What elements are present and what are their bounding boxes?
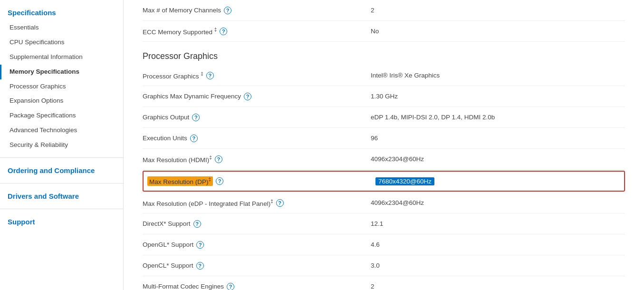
spec-label-text: OpenGL* Support: [143, 241, 193, 248]
spec-label-ecc-memory: ECC Memory Supported ‡ ?: [143, 27, 371, 36]
spec-row-directx: DirectX* Support ? 12.1: [143, 213, 625, 234]
spec-label-graphics-max-freq: Graphics Max Dynamic Frequency ?: [143, 93, 371, 100]
help-icon-max-res-hdmi[interactable]: ?: [215, 155, 222, 163]
spec-row-max-res-dp-highlighted: Max Resolution (DP)‡ ? 7680x4320@60Hz: [143, 171, 625, 192]
spec-row-graphics-output: Graphics Output ? eDP 1.4b, MIPI-DSI 2.0…: [143, 107, 625, 128]
spec-label-multi-format: Multi-Format Codec Engines ?: [143, 283, 371, 290]
spec-value-graphics-max-freq: 1.30 GHz: [371, 93, 625, 100]
spec-row-ecc-memory: ECC Memory Supported ‡ ? No: [143, 21, 625, 42]
spec-label-max-res-dp: Max Resolution (DP)‡ ?: [147, 176, 375, 186]
spec-label-max-memory-channels: Max # of Memory Channels ?: [143, 7, 371, 14]
spec-value-text-dp: 7680x4320@60Hz: [375, 177, 434, 185]
spec-value-opengl: 4.6: [371, 241, 625, 248]
sidebar-item-cpu-specifications[interactable]: CPU Specifications: [0, 35, 123, 50]
sidebar-item-package-specifications[interactable]: Package Specifications: [0, 108, 123, 123]
spec-value-ecc-memory: No: [371, 28, 625, 35]
sidebar-divider-3: [0, 209, 123, 209]
spec-value-graphics-output: eDP 1.4b, MIPI-DSI 2.0, DP 1.4, HDMI 2.0…: [371, 114, 625, 121]
spec-row-opengl: OpenGL* Support ? 4.6: [143, 234, 625, 255]
sidebar-section-drivers[interactable]: Drivers and Software: [0, 188, 123, 204]
spec-label-graphics-output: Graphics Output ?: [143, 114, 371, 121]
spec-label-text: Graphics Output: [143, 114, 189, 121]
spec-label-text: Processor Graphics ‡: [143, 71, 203, 80]
spec-label-text: Max # of Memory Channels: [143, 7, 221, 14]
help-icon-graphics-max-freq[interactable]: ?: [244, 93, 251, 100]
sidebar-item-essentials[interactable]: Essentials: [0, 20, 123, 35]
help-icon-directx[interactable]: ?: [193, 220, 201, 228]
sidebar-item-expansion-options[interactable]: Expansion Options: [0, 94, 123, 108]
help-icon-opencl[interactable]: ?: [196, 262, 204, 270]
spec-label-text: Max Resolution (eDP - Integrated Flat Pa…: [143, 199, 273, 207]
help-icon-max-memory-channels[interactable]: ?: [224, 7, 231, 14]
sidebar-divider-1: [0, 157, 123, 158]
sidebar-section-specifications[interactable]: Specifications: [0, 5, 123, 20]
main-content: Max # of Memory Channels ? 2 ECC Memory …: [124, 0, 644, 290]
spec-label-execution-units: Execution Units ?: [143, 135, 371, 142]
sidebar-item-memory-specifications[interactable]: Memory Specifications: [0, 65, 123, 79]
spec-value-multi-format: 2: [371, 283, 625, 290]
help-icon-max-res-dp[interactable]: ?: [216, 177, 223, 185]
help-icon-ecc-memory[interactable]: ?: [220, 28, 227, 35]
spec-row-opencl: OpenCL* Support ? 3.0: [143, 255, 625, 276]
spec-label-text-dp: Max Resolution (DP)‡: [147, 176, 213, 186]
spec-value-execution-units: 96: [371, 135, 625, 142]
sidebar: Specifications Essentials CPU Specificat…: [0, 0, 124, 290]
spec-label-text: DirectX* Support: [143, 220, 191, 227]
spec-label-text: Graphics Max Dynamic Frequency: [143, 93, 241, 100]
sidebar-item-security-reliability[interactable]: Security & Reliability: [0, 138, 123, 153]
sidebar-divider-2: [0, 183, 123, 184]
sidebar-item-processor-graphics[interactable]: Processor Graphics: [0, 79, 123, 94]
sidebar-section-support[interactable]: Support: [0, 214, 123, 230]
spec-label-text: Max Resolution (HDMI)‡: [143, 155, 212, 164]
spec-row-execution-units: Execution Units ? 96: [143, 128, 625, 149]
help-icon-max-res-edp[interactable]: ?: [276, 199, 284, 207]
spec-label-max-res-edp: Max Resolution (eDP - Integrated Flat Pa…: [143, 199, 371, 207]
spec-label-processor-graphics: Processor Graphics ‡ ?: [143, 71, 371, 80]
help-icon-multi-format[interactable]: ?: [227, 283, 234, 290]
help-icon-execution-units[interactable]: ?: [190, 135, 198, 142]
help-icon-processor-graphics[interactable]: ?: [206, 72, 214, 79]
spec-label-opengl: OpenGL* Support ?: [143, 241, 371, 249]
spec-label-opencl: OpenCL* Support ?: [143, 262, 371, 270]
spec-label-text: ECC Memory Supported ‡: [143, 27, 217, 36]
spec-label-text: Execution Units: [143, 135, 187, 142]
spec-row-graphics-max-freq: Graphics Max Dynamic Frequency ? 1.30 GH…: [143, 86, 625, 107]
spec-label-text: OpenCL* Support: [143, 262, 193, 269]
sidebar-item-advanced-technologies[interactable]: Advanced Technologies: [0, 123, 123, 138]
spec-row-max-res-hdmi: Max Resolution (HDMI)‡ ? 4096x2304@60Hz: [143, 149, 625, 170]
spec-value-max-res-dp: 7680x4320@60Hz: [375, 178, 620, 185]
spec-value-directx: 12.1: [371, 220, 625, 227]
spec-row-processor-graphics: Processor Graphics ‡ ? Intel® Iris® Xe G…: [143, 65, 625, 86]
help-icon-opengl[interactable]: ?: [196, 241, 204, 249]
spec-label-text: Multi-Format Codec Engines: [143, 283, 224, 290]
section-heading-processor-graphics: Processor Graphics: [143, 42, 625, 65]
spec-value-max-res-hdmi: 4096x2304@60Hz: [371, 155, 625, 163]
spec-value-processor-graphics: Intel® Iris® Xe Graphics: [371, 72, 625, 79]
sidebar-section-ordering[interactable]: Ordering and Compliance: [0, 163, 123, 178]
spec-label-max-res-hdmi: Max Resolution (HDMI)‡ ?: [143, 155, 371, 164]
spec-label-directx: DirectX* Support ?: [143, 220, 371, 228]
sidebar-item-supplemental-information[interactable]: Supplemental Information: [0, 50, 123, 65]
spec-value-opencl: 3.0: [371, 262, 625, 269]
spec-value-max-memory-channels: 2: [371, 7, 625, 14]
help-icon-graphics-output[interactable]: ?: [192, 114, 200, 121]
spec-row-max-res-edp: Max Resolution (eDP - Integrated Flat Pa…: [143, 193, 625, 213]
spec-value-max-res-edp: 4096x2304@60Hz: [371, 199, 625, 206]
spec-row-multi-format: Multi-Format Codec Engines ? 2: [143, 276, 625, 290]
spec-row-max-memory-channels: Max # of Memory Channels ? 2: [143, 0, 625, 21]
